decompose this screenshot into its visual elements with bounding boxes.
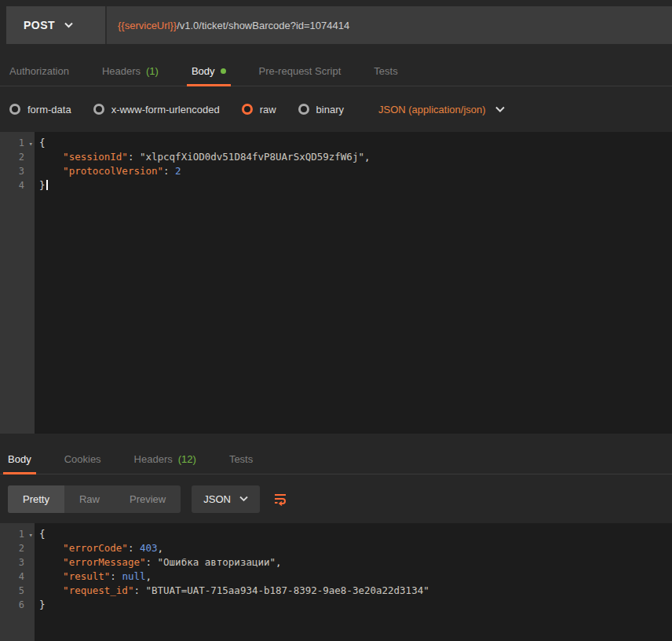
tab-headers[interactable]: Headers (1)	[102, 57, 159, 86]
text-cursor	[46, 180, 48, 190]
body-active-dot	[221, 68, 226, 74]
code-content: }	[35, 598, 46, 612]
tab-tests[interactable]: Tests	[374, 57, 397, 86]
tab-label: Tests	[229, 453, 253, 465]
line-number: 6	[0, 598, 35, 612]
mode-form-data[interactable]: form-data	[9, 104, 71, 115]
url-variable: {{serviceUrl}}	[118, 20, 177, 31]
chevron-down-icon	[64, 22, 73, 28]
radio-button[interactable]	[298, 104, 309, 115]
content-type-selector[interactable]: JSON (application/json)	[378, 104, 505, 115]
line-number: 2	[0, 541, 35, 555]
code-content: "errorCode": 403,	[35, 541, 163, 555]
mode-label: form-data	[27, 104, 71, 115]
tab-response-body[interactable]: Body	[8, 445, 31, 474]
chevron-down-icon	[239, 496, 248, 502]
code-line: 3 "protocolVersion": 2	[0, 164, 672, 178]
code-line: 3 "errorMessage": "Ошибка авторизации",	[0, 555, 672, 570]
response-tabs: Body Cookies Headers (12) Tests	[0, 445, 672, 474]
tab-label: Authorization	[9, 65, 69, 77]
code-content: "sessionId": "xlpcqfXiOD0dv51D84fvP8UArS…	[35, 150, 370, 164]
mode-label: binary	[316, 104, 344, 115]
response-body-editor[interactable]: 1▾{2 "errorCode": 403,3 "errorMessage": …	[0, 523, 672, 641]
url-path: /v1.0/ticket/showBarcode?id=1074414	[177, 20, 349, 31]
request-tabs: Authorization Headers (1) Body Pre-reque…	[0, 57, 672, 86]
tab-label: Pre-request Script	[259, 65, 341, 77]
tab-label: Body	[8, 453, 31, 465]
line-number: 2	[0, 150, 35, 164]
code-line: 1▾{	[0, 136, 672, 150]
mode-label: x-www-form-urlencoded	[111, 104, 220, 115]
tab-pre-request-script[interactable]: Pre-request Script	[259, 57, 341, 86]
tab-body[interactable]: Body	[192, 57, 226, 86]
code-line: 4}	[0, 178, 672, 192]
mode-label: raw	[260, 104, 276, 115]
view-mode-raw[interactable]: Raw	[64, 485, 115, 513]
body-mode-row: form-data x-www-form-urlencoded raw bina…	[0, 86, 672, 132]
code-line: 2 "errorCode": 403,	[0, 541, 672, 555]
chevron-down-icon	[495, 106, 505, 112]
wrap-lines-icon	[272, 491, 288, 507]
code-content: "result": null,	[35, 570, 152, 584]
tab-label: Headers	[102, 65, 141, 77]
view-mode-group: Pretty Raw Preview	[8, 485, 181, 513]
mode-raw[interactable]: raw	[242, 104, 276, 115]
line-number: 5	[0, 584, 35, 598]
code-line: 1▾{	[0, 527, 672, 541]
line-number: 1▾	[0, 527, 35, 541]
line-number: 3	[0, 555, 35, 570]
code-line: 6}	[0, 598, 672, 612]
fold-icon[interactable]: ▾	[29, 137, 33, 151]
response-toolbar: Pretty Raw Preview JSON	[0, 474, 672, 523]
line-number: 4	[0, 570, 35, 584]
code-line: 4 "result": null,	[0, 570, 672, 584]
line-number: 1▾	[0, 136, 35, 150]
code-content: }	[35, 178, 48, 192]
tab-label: Headers	[134, 453, 173, 465]
request-body-editor[interactable]: 1▾{2 "sessionId": "xlpcqfXiOD0dv51D84fvP…	[0, 132, 672, 434]
postman-app: POST {{serviceUrl}}/v1.0/ticket/showBarc…	[0, 0, 672, 641]
tab-cookies[interactable]: Cookies	[64, 445, 101, 474]
response-format-selector[interactable]: JSON	[192, 485, 260, 513]
code-content: "request_id": "BTUAT=UAT-715aa934-b187-8…	[35, 584, 429, 598]
tab-response-headers[interactable]: Headers (12)	[134, 445, 196, 474]
mode-x-www-form-urlencoded[interactable]: x-www-form-urlencoded	[93, 104, 220, 115]
line-number: 3	[0, 164, 35, 178]
code-line: 5 "request_id": "BTUAT=UAT-715aa934-b187…	[0, 584, 672, 598]
code-content: "errorMessage": "Ошибка авторизации",	[35, 555, 282, 570]
request-url-bar: POST {{serviceUrl}}/v1.0/ticket/showBarc…	[6, 6, 672, 44]
code-content: {	[35, 527, 46, 541]
tab-label: Body	[192, 65, 215, 77]
content-type-label: JSON (application/json)	[378, 104, 486, 115]
code-content: "protocolVersion": 2	[35, 164, 181, 178]
fold-icon[interactable]: ▾	[29, 528, 33, 542]
tab-response-tests[interactable]: Tests	[229, 445, 253, 474]
code-line: 2 "sessionId": "xlpcqfXiOD0dv51D84fvP8UA…	[0, 150, 672, 164]
mode-binary[interactable]: binary	[298, 104, 344, 115]
format-label: JSON	[203, 493, 231, 505]
radio-button[interactable]	[93, 104, 104, 115]
method-selector[interactable]: POST	[6, 6, 107, 44]
tab-count: (1)	[146, 65, 159, 77]
radio-button[interactable]	[9, 104, 20, 115]
radio-button[interactable]	[242, 104, 253, 115]
tab-count: (12)	[178, 453, 196, 465]
code-content: {	[35, 136, 46, 150]
wrap-lines-button[interactable]	[272, 491, 288, 507]
view-mode-pretty[interactable]: Pretty	[8, 485, 64, 513]
line-number: 4	[0, 178, 35, 192]
view-mode-preview[interactable]: Preview	[115, 485, 181, 513]
tab-authorization[interactable]: Authorization	[9, 57, 69, 86]
url-input[interactable]: {{serviceUrl}}/v1.0/ticket/showBarcode?i…	[107, 6, 672, 44]
method-label: POST	[24, 19, 55, 31]
tab-label: Cookies	[64, 453, 101, 465]
tab-label: Tests	[374, 65, 397, 77]
